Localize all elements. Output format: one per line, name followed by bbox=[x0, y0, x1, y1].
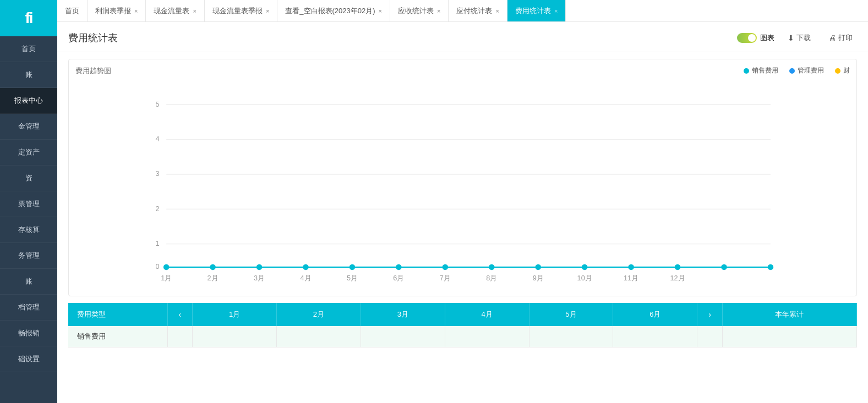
chart-toggle-wrap[interactable]: 图表 bbox=[737, 33, 774, 43]
sidebar-logo: fi bbox=[0, 0, 57, 36]
tab-payable-label: 应付统计表 bbox=[456, 6, 492, 16]
page-content: 费用统计表 图表 ⬇ 下载 🖨 打印 费用趋势图 bbox=[57, 22, 868, 403]
chart-toggle-label: 图表 bbox=[760, 33, 774, 43]
sidebar-item-capital[interactable]: 资 bbox=[0, 165, 57, 191]
legend-finance: 财 bbox=[835, 66, 850, 75]
tab-bar: 首页 利润表季报 × 现金流量表 × 现金流量表季报 × 查看_空白报表(202… bbox=[57, 0, 868, 22]
svg-point-21 bbox=[535, 264, 541, 270]
svg-text:4: 4 bbox=[155, 135, 159, 143]
print-button[interactable]: 🖨 打印 bbox=[824, 31, 857, 45]
svg-text:0: 0 bbox=[155, 263, 159, 270]
table-header-m3: 3月 bbox=[361, 303, 445, 326]
table-header-m6: 6月 bbox=[613, 303, 697, 326]
svg-point-16 bbox=[303, 264, 309, 270]
legend-finance-dot bbox=[835, 68, 840, 74]
tab-cashflow-quarterly-label: 现金流量表季报 bbox=[212, 6, 263, 16]
sidebar-item-inventory[interactable]: 存核算 bbox=[0, 217, 57, 243]
svg-point-17 bbox=[350, 264, 356, 270]
tab-cashflow[interactable]: 现金流量表 × bbox=[146, 0, 204, 22]
svg-point-14 bbox=[210, 264, 216, 270]
sidebar-item-tickets[interactable]: 票管理 bbox=[0, 191, 57, 217]
sidebar-item-archives[interactable]: 档管理 bbox=[0, 295, 57, 321]
legend-sales: 销售费用 bbox=[744, 66, 778, 75]
page-title: 费用统计表 bbox=[68, 31, 118, 45]
tab-expense-label: 费用统计表 bbox=[515, 6, 551, 16]
table-section: 费用类型 ‹ 1月 2月 3月 4月 5月 6月 › bbox=[68, 303, 857, 347]
sidebar-item-account[interactable]: 账 bbox=[0, 62, 57, 88]
table-header-nav-right[interactable]: › bbox=[697, 303, 723, 326]
tab-blank-view[interactable]: 查看_空白报表(2023年02月) × bbox=[277, 0, 390, 22]
svg-point-15 bbox=[256, 264, 263, 270]
table-cell-nav2 bbox=[697, 326, 723, 347]
svg-point-23 bbox=[628, 264, 634, 270]
chart-section: 费用趋势图 销售费用 管理费用 财 5 4 bbox=[68, 59, 857, 296]
table-cell-m2 bbox=[277, 326, 361, 347]
tab-blank-view-close[interactable]: × bbox=[379, 8, 382, 14]
tab-payable-close[interactable]: × bbox=[495, 8, 499, 14]
table-header-type: 费用类型 bbox=[68, 303, 167, 326]
table-header-nav-left[interactable]: ‹ bbox=[167, 303, 193, 326]
legend-admin-label: 管理费用 bbox=[798, 66, 824, 75]
table-cell-m6 bbox=[613, 326, 697, 347]
svg-point-22 bbox=[582, 264, 588, 270]
svg-text:2月: 2月 bbox=[208, 274, 219, 282]
svg-point-20 bbox=[489, 264, 495, 270]
svg-point-25 bbox=[721, 264, 727, 270]
svg-text:4月: 4月 bbox=[300, 274, 311, 282]
svg-point-24 bbox=[675, 264, 681, 270]
nav-right-arrow[interactable]: › bbox=[706, 310, 713, 319]
svg-text:8月: 8月 bbox=[486, 274, 497, 282]
legend-admin: 管理费用 bbox=[789, 66, 824, 75]
tab-profit-label: 利润表季报 bbox=[95, 6, 131, 16]
tab-blank-view-label: 查看_空白报表(2023年02月) bbox=[285, 6, 375, 16]
table-header-m4: 4月 bbox=[445, 303, 529, 326]
sidebar-item-cash[interactable]: 金管理 bbox=[0, 114, 57, 140]
svg-text:7月: 7月 bbox=[440, 274, 451, 282]
tab-receivable-label: 应收统计表 bbox=[398, 6, 434, 16]
chart-toggle[interactable] bbox=[737, 33, 757, 43]
svg-point-26 bbox=[768, 264, 774, 270]
tab-cashflow-close[interactable]: × bbox=[193, 8, 196, 14]
svg-text:12月: 12月 bbox=[670, 274, 685, 282]
sidebar-item-assets[interactable]: 定资产 bbox=[0, 140, 57, 165]
svg-point-13 bbox=[163, 264, 170, 270]
table-row-sales: 销售费用 bbox=[68, 326, 857, 347]
tab-expense-close[interactable]: × bbox=[554, 8, 558, 14]
sidebar-item-reimburse[interactable]: 畅报销 bbox=[0, 321, 57, 346]
main-content: 首页 利润表季报 × 现金流量表 × 现金流量表季报 × 查看_空白报表(202… bbox=[57, 0, 868, 403]
sidebar-item-settings[interactable]: 础设置 bbox=[0, 346, 57, 372]
download-button[interactable]: ⬇ 下载 bbox=[783, 31, 815, 45]
table-cell-nav bbox=[167, 326, 193, 347]
svg-text:11月: 11月 bbox=[624, 274, 638, 282]
tab-receivable[interactable]: 应收统计表 × bbox=[390, 0, 449, 22]
sidebar-item-affairs[interactable]: 务管理 bbox=[0, 243, 57, 269]
data-table: 费用类型 ‹ 1月 2月 3月 4月 5月 6月 › bbox=[68, 303, 857, 347]
tab-receivable-close[interactable]: × bbox=[437, 8, 440, 14]
tab-home-label: 首页 bbox=[65, 6, 79, 16]
svg-text:5: 5 bbox=[155, 101, 159, 108]
header-actions: 图表 ⬇ 下载 🖨 打印 bbox=[737, 31, 857, 45]
chart-legend: 销售费用 管理费用 财 bbox=[744, 66, 850, 75]
sidebar: fi 首页 账 报表中心 金管理 定资产 资 票管理 存核算 务管理 账 档管理… bbox=[0, 0, 57, 403]
svg-text:5月: 5月 bbox=[347, 274, 358, 282]
print-icon: 🖨 bbox=[828, 34, 836, 42]
tab-home[interactable]: 首页 bbox=[57, 0, 88, 22]
chart-container: 5 4 3 2 1 0 bbox=[75, 80, 850, 289]
sidebar-item-reports[interactable]: 报表中心 bbox=[0, 88, 57, 114]
tab-expense[interactable]: 费用统计表 × bbox=[507, 0, 566, 22]
svg-text:6月: 6月 bbox=[393, 274, 404, 282]
svg-point-19 bbox=[443, 264, 449, 270]
sidebar-item-ledger[interactable]: 账 bbox=[0, 269, 57, 295]
tab-cashflow-quarterly[interactable]: 现金流量表季报 × bbox=[205, 0, 277, 22]
page-header: 费用统计表 图表 ⬇ 下载 🖨 打印 bbox=[57, 22, 868, 52]
tab-cashflow-quarterly-close[interactable]: × bbox=[266, 8, 269, 14]
svg-text:1: 1 bbox=[155, 240, 159, 247]
tab-payable[interactable]: 应付统计表 × bbox=[449, 0, 507, 22]
tab-profit[interactable]: 利润表季报 × bbox=[88, 0, 146, 22]
svg-text:1月: 1月 bbox=[161, 274, 172, 282]
nav-left-arrow[interactable]: ‹ bbox=[177, 310, 184, 319]
print-label: 打印 bbox=[838, 33, 853, 43]
tab-profit-close[interactable]: × bbox=[134, 8, 138, 14]
sidebar-item-home[interactable]: 首页 bbox=[0, 36, 57, 62]
svg-text:9月: 9月 bbox=[533, 274, 544, 282]
